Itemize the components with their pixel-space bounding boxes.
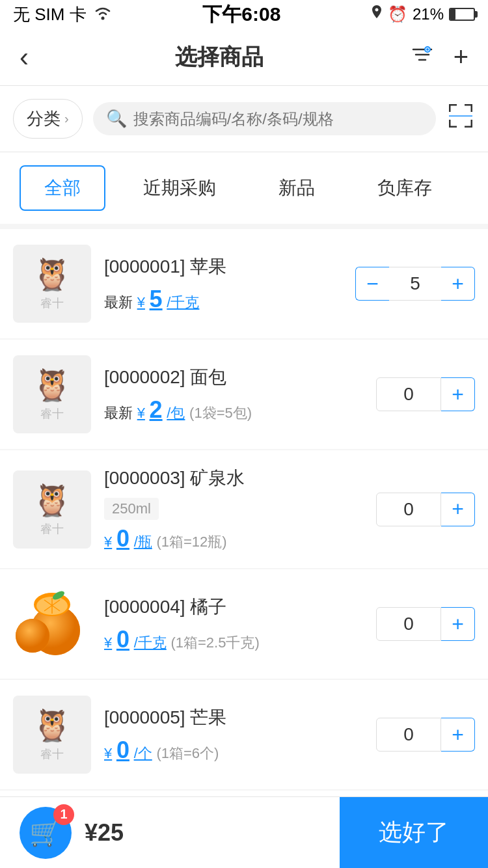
qty-plus-button[interactable]: + bbox=[441, 607, 475, 641]
product-info: [0000003] 矿泉水 250ml ¥ 0 /瓶 (1箱=12瓶) bbox=[104, 466, 363, 552]
placeholder-image: 🦉 睿十 bbox=[13, 696, 91, 774]
price-number: 0 bbox=[116, 626, 129, 653]
product-price: ¥ 0 /个 (1箱=6个) bbox=[104, 737, 363, 764]
list-item: [0000004] 橘子 ¥ 0 /千克 (1箱=2.5千克) + bbox=[0, 569, 488, 679]
chevron-right-icon: › bbox=[64, 111, 69, 126]
qty-input[interactable] bbox=[376, 607, 441, 641]
list-item: 🦉 睿十 [0000002] 面包 最新 ¥ 2 /包 (1袋=5包) + bbox=[0, 340, 488, 449]
quantity-control[interactable]: + bbox=[376, 377, 475, 411]
search-icon: 🔍 bbox=[106, 109, 127, 129]
price-currency: ¥ bbox=[137, 405, 145, 421]
quantity-control[interactable]: + bbox=[376, 718, 475, 752]
qty-minus-button[interactable]: − bbox=[355, 267, 389, 301]
product-spec: 250ml bbox=[104, 498, 159, 520]
price-number: 0 bbox=[116, 737, 129, 763]
qty-plus-button[interactable]: + bbox=[441, 267, 475, 301]
quantity-control[interactable]: − + bbox=[355, 267, 475, 301]
qty-input[interactable] bbox=[376, 493, 441, 526]
product-info: [0000004] 橘子 ¥ 0 /千克 (1箱=2.5千克) bbox=[104, 595, 363, 653]
product-name: [0000005] 芒果 bbox=[104, 705, 363, 730]
brand-text: 睿十 bbox=[40, 406, 64, 422]
brand-text: 睿十 bbox=[40, 746, 64, 762]
price-currency: ¥ bbox=[104, 534, 112, 550]
quantity-control[interactable]: + bbox=[376, 607, 475, 641]
owl-icon: 🦉 bbox=[33, 482, 72, 519]
placeholder-image: 🦉 睿十 bbox=[13, 245, 91, 323]
price-currency: ¥ bbox=[137, 294, 145, 310]
svg-rect-9 bbox=[471, 104, 473, 112]
page-title: 选择商品 bbox=[175, 42, 264, 72]
qty-plus-button[interactable]: + bbox=[441, 718, 475, 752]
cart-section: 🛒 1 ¥25 bbox=[0, 807, 340, 859]
product-thumbnail: 🦉 睿十 bbox=[13, 696, 91, 774]
cart-button[interactable]: 🛒 1 bbox=[20, 807, 72, 859]
price-pack: (1箱=2.5千克) bbox=[170, 634, 259, 651]
product-price: ¥ 0 /千克 (1箱=2.5千克) bbox=[104, 626, 363, 653]
qty-input[interactable] bbox=[376, 718, 441, 752]
nav-right[interactable]: + bbox=[411, 42, 468, 72]
product-name: [0000004] 橘子 bbox=[104, 595, 363, 619]
price-unit: /个 bbox=[134, 745, 152, 761]
qty-input[interactable] bbox=[389, 267, 441, 301]
price-latest-label: 最新 bbox=[104, 405, 133, 421]
qty-plus-button[interactable]: + bbox=[441, 493, 475, 526]
product-thumbnail: 🦉 睿十 bbox=[13, 355, 91, 433]
tab-new[interactable]: 新品 bbox=[254, 165, 340, 211]
bottom-bar: 🛒 1 ¥25 选好了 bbox=[0, 796, 488, 868]
price-pack: (1箱=6个) bbox=[156, 745, 219, 761]
product-thumbnail: 🦉 睿十 bbox=[13, 245, 91, 323]
owl-icon: 🦉 bbox=[33, 367, 72, 403]
carrier-label: 无 SIM 卡 bbox=[13, 3, 87, 26]
owl-icon: 🦉 bbox=[33, 707, 72, 744]
price-number: 2 bbox=[150, 396, 163, 423]
tab-bar: 全部 近期采购 新品 负库存 bbox=[0, 152, 488, 229]
battery-percent: 21% bbox=[413, 5, 444, 23]
back-button[interactable]: ‹ bbox=[20, 42, 29, 73]
product-thumbnail bbox=[13, 585, 91, 663]
search-input[interactable] bbox=[133, 110, 423, 128]
product-name: [0000003] 矿泉水 bbox=[104, 466, 363, 491]
search-bar: 分类 › 🔍 bbox=[0, 86, 488, 152]
svg-rect-11 bbox=[449, 120, 451, 128]
price-pack: (1袋=5包) bbox=[189, 405, 252, 421]
category-button[interactable]: 分类 › bbox=[13, 99, 83, 139]
qty-plus-button[interactable]: + bbox=[441, 377, 475, 411]
price-unit: /瓶 bbox=[134, 534, 152, 550]
location-icon bbox=[371, 5, 383, 23]
status-left: 无 SIM 卡 bbox=[13, 3, 113, 26]
scan-icon[interactable] bbox=[446, 102, 475, 136]
product-info: [0000002] 面包 最新 ¥ 2 /包 (1袋=5包) bbox=[104, 365, 363, 424]
price-unit: /千克 bbox=[134, 634, 167, 651]
price-number: 5 bbox=[150, 286, 163, 312]
list-item: 🦉 睿十 [0000003] 矿泉水 250ml ¥ 0 /瓶 (1箱=12瓶)… bbox=[0, 450, 488, 568]
search-input-wrap[interactable]: 🔍 bbox=[93, 102, 436, 135]
tab-recent[interactable]: 近期采购 bbox=[118, 165, 241, 211]
price-latest-label: 最新 bbox=[104, 294, 133, 310]
svg-rect-13 bbox=[471, 120, 473, 128]
add-button[interactable]: + bbox=[454, 42, 468, 72]
qty-input[interactable] bbox=[376, 377, 441, 411]
cart-badge: 1 bbox=[53, 804, 74, 825]
svg-rect-14 bbox=[449, 116, 472, 117]
product-info: [0000001] 苹果 最新 ¥ 5 /千克 bbox=[104, 254, 342, 313]
status-bar: 无 SIM 卡 下午6:08 ⏰ 21% bbox=[0, 0, 488, 29]
tab-negative[interactable]: 负库存 bbox=[353, 165, 457, 211]
confirm-button[interactable]: 选好了 bbox=[340, 797, 488, 869]
list-item: 🦉 睿十 [0000001] 苹果 最新 ¥ 5 /千克 − + bbox=[0, 229, 488, 338]
category-label: 分类 bbox=[27, 107, 61, 130]
tab-all[interactable]: 全部 bbox=[20, 165, 105, 211]
price-currency: ¥ bbox=[104, 634, 112, 651]
placeholder-image: 🦉 睿十 bbox=[13, 470, 91, 549]
price-unit: /千克 bbox=[167, 294, 199, 310]
svg-rect-7 bbox=[449, 104, 451, 112]
product-list: 🦉 睿十 [0000001] 苹果 最新 ¥ 5 /千克 − + 🦉 睿十 bbox=[0, 229, 488, 868]
product-price: ¥ 0 /瓶 (1箱=12瓶) bbox=[104, 525, 363, 552]
quantity-control[interactable]: + bbox=[376, 493, 475, 526]
brand-text: 睿十 bbox=[40, 521, 64, 537]
placeholder-image: 🦉 睿十 bbox=[13, 355, 91, 433]
product-name: [0000001] 苹果 bbox=[104, 254, 342, 279]
product-price: 最新 ¥ 5 /千克 bbox=[104, 286, 342, 313]
wifi-icon bbox=[93, 5, 113, 25]
nav-left[interactable]: ‹ bbox=[20, 42, 29, 73]
filter-icon[interactable] bbox=[411, 44, 434, 71]
